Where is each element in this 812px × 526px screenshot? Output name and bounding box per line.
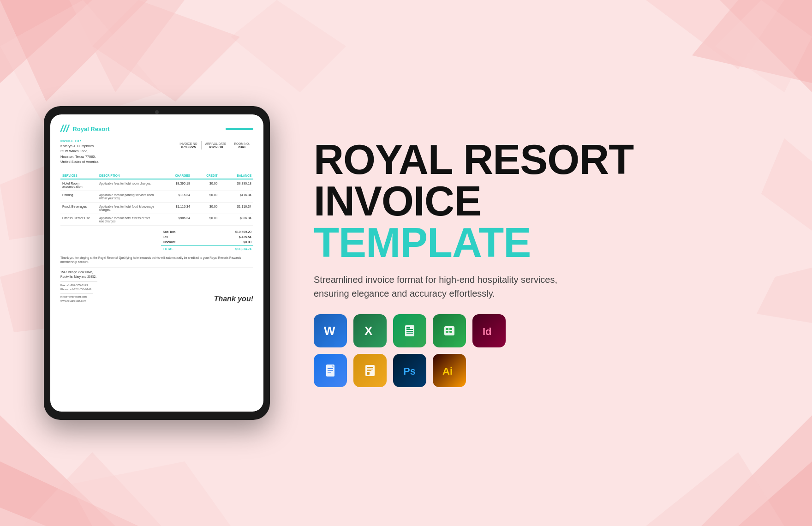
footer-website: www.royalresort.com [60, 299, 93, 303]
total-row: TOTAL $11,034.74 [161, 245, 253, 252]
client-name: Kathryn J. Humphries [60, 143, 100, 149]
service-balance-3: $986.34 [219, 214, 253, 226]
footer-note: Thank you for staying at the Royal Resor… [60, 256, 253, 264]
app-icons: W X [314, 314, 775, 387]
subtotal-label: Sub Total [163, 230, 176, 233]
svg-rect-29 [444, 326, 454, 335]
client-addr2: Houston, Texas 77060, [60, 154, 100, 159]
footer-phone: Phone: +1-202-555-0149 [60, 287, 93, 292]
services-table: SERVICES DESCRIPTION CHARGES CREDIT BALA… [60, 173, 253, 226]
invoice-no-label: INVOICE NO [179, 142, 197, 145]
title-template: TEMPLATE [314, 222, 775, 263]
table-row: Parking Applicable fees for parking serv… [60, 191, 253, 203]
photoshop-icon[interactable]: Ps [393, 354, 426, 387]
room-no-label: ROOM NO. [234, 142, 250, 145]
service-desc-0: Applicable fees for hotel room charges. [97, 179, 157, 191]
svg-rect-33 [449, 331, 452, 333]
footer-addr2: Rockville, Maryland 20852. [60, 275, 253, 279]
service-balance-0: $8,390.18 [219, 179, 253, 191]
service-charges-1: $116.34 [157, 191, 192, 203]
service-charges-0: $8,390.18 [157, 179, 192, 191]
svg-text:Ai: Ai [442, 365, 453, 377]
title-line1: ROYAL [314, 137, 452, 183]
tax-value: $ 425.54 [239, 235, 251, 239]
svg-rect-32 [449, 328, 452, 330]
service-name-2: Food, Beverages [60, 203, 97, 214]
tablet-screen: /// Royal Resort INVOICE TO : Kathryn J.… [50, 114, 263, 412]
company-name: Royal Resort [72, 126, 109, 132]
main-title: ROYAL RESORT INVOICE TEMPLATE [314, 139, 775, 263]
client-addr1: 3915 Wines Lane, [60, 149, 100, 154]
svg-text:X: X [364, 324, 373, 338]
svg-rect-31 [446, 331, 448, 333]
svg-rect-43 [367, 370, 371, 371]
service-name-3: Fitness Center Use [60, 214, 97, 226]
svg-rect-28 [406, 327, 410, 329]
th-services: SERVICES [60, 173, 97, 179]
word-icon[interactable]: W [314, 314, 347, 347]
numbers-icon[interactable] [433, 314, 466, 347]
subtitle: Streamlined invoice format for high-end … [314, 273, 572, 300]
svg-rect-38 [328, 372, 331, 373]
arrival-date-value: 7/12/2018 [205, 145, 227, 149]
invoice-logo: /// Royal Resort [60, 124, 110, 134]
docs-icon[interactable] [314, 354, 347, 387]
app-icons-row1: W X [314, 314, 775, 347]
tablet-camera [155, 110, 159, 114]
room-no-value: 2343 [234, 145, 250, 149]
svg-rect-44 [367, 372, 370, 375]
logo-icon: /// [60, 124, 69, 134]
service-desc-2: Applicable fees for hotel food & beverag… [97, 203, 157, 214]
table-row: Food, Beverages Applicable fees for hote… [60, 203, 253, 214]
discount-value: $0.00 [243, 240, 251, 244]
svg-rect-30 [446, 328, 448, 330]
th-balance: BALANCE [219, 173, 253, 179]
svg-text:Ps: Ps [403, 365, 416, 377]
tablet: /// Royal Resort INVOICE TO : Kathryn J.… [44, 106, 270, 420]
subtotal-row: Sub Total $10,609.20 [161, 229, 253, 234]
invoice-no-value: 87988225 [179, 145, 197, 149]
illustrator-icon[interactable]: Ai [433, 354, 466, 387]
invoice-to-label: INVOICE TO : [60, 139, 100, 143]
client-addr3: United States of America. [60, 159, 100, 164]
app-icons-row2: Ps Ai [314, 354, 775, 387]
total-label: TOTAL [163, 247, 173, 251]
svg-text:Id: Id [483, 326, 492, 337]
service-charges-3: $986.34 [157, 214, 192, 226]
service-desc-1: Applicable fees for parking services use… [97, 191, 157, 203]
tax-label: Tax [163, 235, 168, 239]
header-bar [226, 128, 253, 130]
service-credit-0: $0.00 [192, 179, 220, 191]
table-row: Hotel Room accomodation Applicable fees … [60, 179, 253, 191]
service-balance-1: $116.34 [219, 191, 253, 203]
svg-rect-42 [367, 369, 373, 370]
svg-rect-27 [406, 333, 413, 334]
client-info: Kathryn J. Humphries 3915 Wines Lane, Ho… [60, 143, 100, 164]
service-credit-2: $0.00 [192, 203, 220, 214]
table-row: Fitness Center Use Applicable fees for h… [60, 214, 253, 226]
svg-rect-41 [367, 367, 373, 368]
svg-rect-25 [406, 329, 413, 330]
th-description: DESCRIPTION [97, 173, 157, 179]
indesign-icon[interactable]: Id [472, 314, 506, 347]
invoice-header: /// Royal Resort [60, 124, 253, 134]
subtotal-value: $10,609.20 [235, 230, 251, 233]
service-desc-3: Applicable fees for hotel fitness center… [97, 214, 157, 226]
arrival-date-label: ARRIVAL DATE [205, 142, 227, 145]
th-credit: CREDIT [192, 173, 220, 179]
total-value: $11,034.74 [235, 247, 251, 251]
service-charges-2: $1,116.34 [157, 203, 192, 214]
discount-label: Discount [163, 240, 175, 244]
excel-icon[interactable]: X [353, 314, 387, 347]
svg-rect-36 [328, 368, 333, 369]
service-credit-1: $0.00 [192, 191, 220, 203]
service-balance-2: $1,116.34 [219, 203, 253, 214]
sheets-icon[interactable] [393, 314, 426, 347]
pages-icon[interactable] [353, 354, 387, 387]
footer-bottom: Fax: +1-202-555-0129 Phone: +1-202-555-0… [60, 283, 253, 303]
service-name-1: Parking [60, 191, 97, 203]
service-name-0: Hotel Room accomodation [60, 179, 97, 191]
svg-rect-37 [328, 370, 333, 371]
footer-fax: Fax: +1-202-555-0129 [60, 283, 93, 287]
tablet-container: /// Royal Resort INVOICE TO : Kathryn J.… [37, 106, 277, 420]
